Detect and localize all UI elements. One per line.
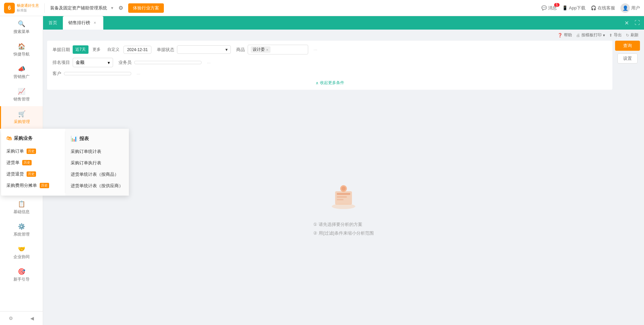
print-dropdown-icon[interactable]: ▾ xyxy=(603,33,605,38)
sidebar-item-guide[interactable]: 🎯 新手引导 xyxy=(0,264,43,286)
date-option-custom[interactable]: 自定义 xyxy=(105,45,122,54)
report-section-icon: 📊 xyxy=(71,135,77,142)
date-range-input[interactable]: 2024-12-31 xyxy=(123,46,151,54)
menu-item-cost-split[interactable]: 采购费用分摊单 历史 xyxy=(1,180,65,191)
logo-tag: 标准版 xyxy=(17,8,39,13)
tab-sales-ranking[interactable]: 销售排行榜 × xyxy=(63,16,103,30)
svg-rect-3 xyxy=(337,196,347,198)
app-download-button[interactable]: 📱 App下载 xyxy=(562,5,585,11)
industry-button[interactable]: 体验行业方案 xyxy=(128,3,164,13)
window-maximize-button[interactable]: ⛶ xyxy=(633,19,641,27)
collapse-chevron-icon: ∧ xyxy=(316,81,319,85)
inbound-label: 进货单 xyxy=(6,160,20,166)
sidebar-collapse-button[interactable]: ◀ xyxy=(30,316,34,321)
help-button[interactable]: ❓ 帮助 xyxy=(558,32,572,38)
print-button[interactable]: 🖨 按模板打印 ▾ xyxy=(576,32,605,38)
status-select[interactable]: ▾ xyxy=(177,45,231,54)
export-button[interactable]: ⬆ 导出 xyxy=(609,32,622,38)
goods-tag-close-icon[interactable]: × xyxy=(266,48,268,52)
filter-status-item: 单据状态 ▾ xyxy=(157,45,231,54)
message-badge: 5 xyxy=(554,3,560,7)
ranking-value: 金额 xyxy=(76,59,84,66)
menu-col-business: 🛍 采购业务 采购订单 历史 进货单 历史 xyxy=(1,129,65,196)
svg-rect-2 xyxy=(337,193,350,195)
customer-input[interactable] xyxy=(64,72,131,75)
sidebar-item-basic-info[interactable]: 📋 基础信息 xyxy=(0,196,43,219)
logo-area: 6 畅捷通好生意 标准版 xyxy=(4,3,39,13)
menu-item-inbound[interactable]: 进货单 历史 xyxy=(1,157,65,168)
customer-more-icon[interactable]: ··· xyxy=(137,71,140,76)
online-service-label: 在线客服 xyxy=(598,5,615,11)
business-section-icon: 🛍 xyxy=(6,135,12,141)
goods-more-icon[interactable]: ··· xyxy=(314,47,317,52)
sidebar-label-guide: 新手引导 xyxy=(13,277,30,282)
salesperson-input[interactable] xyxy=(134,61,202,64)
goods-input[interactable]: 设计委 × xyxy=(248,45,308,54)
salesperson-more-icon[interactable]: ··· xyxy=(207,60,211,65)
ranking-label: 排名项目 xyxy=(52,59,70,66)
cost-split-label: 采购费用分摊单 xyxy=(6,182,37,189)
title-dropdown-icon[interactable]: ▾ xyxy=(111,5,113,10)
sidebar-item-enterprise[interactable]: 🤝 企业协同 xyxy=(0,241,43,264)
sidebar-item-purchase[interactable]: 🛒 采购管理 🛍 采购业务 采购订单 历史 xyxy=(0,106,43,129)
phone-icon: 📱 xyxy=(562,5,568,10)
ranking-dropdown-icon: ▾ xyxy=(108,60,110,65)
logo-icon: 6 xyxy=(4,3,15,13)
sidebar-settings-button[interactable]: ⚙ xyxy=(9,316,13,321)
user-label: 用户 xyxy=(631,5,640,11)
return-label: 进货退货 xyxy=(6,171,24,177)
empty-hint-2: 用[过滤]条件来缩小分析范围 xyxy=(313,229,373,238)
business-section-title: 采购业务 xyxy=(14,135,33,141)
refresh-button[interactable]: ↻ 刷新 xyxy=(626,32,639,38)
query-button[interactable]: 查询 xyxy=(615,41,640,51)
date-option-more[interactable]: 更多 xyxy=(90,45,103,54)
goods-tag: 设计委 × xyxy=(251,46,270,53)
logo-name: 畅捷通好生意 xyxy=(17,3,39,8)
avatar: 👤 xyxy=(620,3,630,13)
menu-item-purchase-order[interactable]: 采购订单 历史 xyxy=(1,146,65,157)
online-service-button[interactable]: 🎧 在线客服 xyxy=(591,5,615,11)
sidebar-item-system[interactable]: ⚙️ 系统管理 xyxy=(0,219,43,241)
sidebar-label-sales: 销售管理 xyxy=(13,96,30,102)
basic-info-icon: 📋 xyxy=(18,200,25,208)
sidebar-item-marketing[interactable]: 📣 营销推广 xyxy=(0,61,43,84)
tab-close-icon[interactable]: × xyxy=(92,20,98,26)
system-title: 装备及固定资产辅助管理系统 xyxy=(50,5,107,11)
collapse-button[interactable]: ∧ 收起更多条件 xyxy=(52,80,607,86)
filter-row-1: 单据日期 近7天 更多 自定义 2024-12-31 单据状态 xyxy=(52,45,607,54)
menu-item-order-exec[interactable]: 采购订单执行表 xyxy=(65,157,129,169)
tab-home-label: 首页 xyxy=(48,20,57,26)
filter-row-3: 客户 ··· xyxy=(52,71,607,77)
filter-customer-item: 客户 ··· xyxy=(52,71,140,77)
menu-item-inbound-stat-supplier[interactable]: 进货单统计表（按供应商） xyxy=(65,180,129,192)
settings-button[interactable]: 设置 xyxy=(617,53,638,64)
top-divider xyxy=(44,3,45,13)
sidebar-item-search-menu[interactable]: 🔍 搜索菜单 xyxy=(0,16,43,39)
window-close-button[interactable]: ✕ xyxy=(622,19,631,27)
sidebar-item-quick-nav[interactable]: 🏠 快捷导航 xyxy=(0,39,43,61)
filter-salesperson-item: 业务员 ··· xyxy=(118,59,211,66)
tab-home[interactable]: 首页 xyxy=(43,16,63,30)
filter-date-item: 单据日期 近7天 更多 自定义 2024-12-31 xyxy=(52,45,151,54)
sidebar-bottom: ⚙ ◀ xyxy=(0,311,43,325)
sales-icon: 📈 xyxy=(18,88,25,95)
user-button[interactable]: 👤 用户 xyxy=(620,3,640,13)
print-icon: 🖨 xyxy=(576,33,580,38)
ranking-select[interactable]: 金额 ▾ xyxy=(73,58,113,67)
filter-section: 单据日期 近7天 更多 自定义 2024-12-31 单据状态 xyxy=(43,41,644,94)
purchase-icon: 🛒 xyxy=(18,110,26,118)
sidebar-label-quicknav: 快捷导航 xyxy=(13,51,30,57)
menu-item-order-stat[interactable]: 采购订单统计表 xyxy=(65,146,129,157)
top-right-area: 💬 消息 5 📱 App下载 🎧 在线客服 👤 用户 xyxy=(541,3,640,13)
gear-button[interactable]: ⚙ xyxy=(116,3,126,13)
menu-item-inbound-stat-goods[interactable]: 进货单统计表（按商品） xyxy=(65,169,129,180)
sidebar-label-enterprise: 企业协同 xyxy=(13,254,30,260)
message-button[interactable]: 💬 消息 5 xyxy=(541,5,557,11)
system-icon: ⚙️ xyxy=(18,223,25,230)
content-area: 首页 销售排行榜 × ✕ ⛶ ❓ 帮助 🖨 按模板 xyxy=(43,16,644,325)
sidebar-item-sales[interactable]: 📈 销售管理 xyxy=(0,84,43,106)
date-option-7days[interactable]: 近7天 xyxy=(73,45,88,54)
menu-item-return[interactable]: 进货退货 历史 xyxy=(1,168,65,180)
sidebar-label-marketing: 营销推广 xyxy=(13,74,30,80)
status-dropdown-icon: ▾ xyxy=(225,47,228,52)
